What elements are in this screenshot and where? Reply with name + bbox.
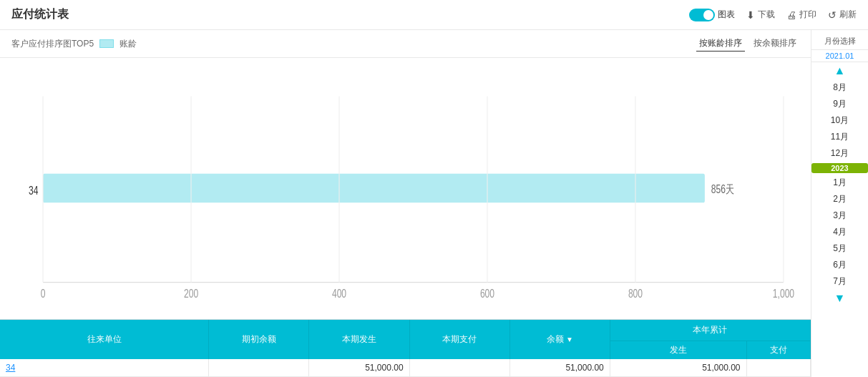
month-item-5[interactable]: 5月 [811,240,868,257]
refresh-label: 刷新 [839,9,857,21]
page-title: 应付统计表 [11,7,69,22]
month-item-4[interactable]: 4月 [811,224,868,240]
cell-ytd-occur: 51,000.00 [610,359,746,377]
month-item-12[interactable]: 12月 [811,145,868,162]
month-item-2[interactable]: 2月 [811,191,868,207]
download-icon: ⬇ [746,9,755,21]
svg-text:0: 0 [41,288,46,300]
nav-up-arrow[interactable]: ▲ [833,64,847,78]
col-ytd-header: 本年累计 [610,320,810,341]
refresh-icon: ↺ [828,9,837,21]
nav-down-arrow[interactable]: ▼ [833,291,847,305]
col-current-pay-header: 本期支付 [409,320,509,359]
table-row: 34 51,000.00 51,000.00 51,000.00 [0,359,811,377]
year-badge-2023: 2023 [811,163,868,173]
month-item-10[interactable]: 10月 [811,112,868,129]
main-container: 应付统计表 图表 ⬇ 下载 🖨 打印 ↺ 刷新 [0,0,868,377]
svg-text:34: 34 [29,184,39,197]
month-item-11[interactable]: 11月 [811,129,868,145]
col-ytd-occur-header: 发生 [610,341,746,360]
cell-current-occur: 51,000.00 [309,359,409,377]
month-item-1[interactable]: 1月 [811,175,868,191]
header: 应付统计表 图表 ⬇ 下载 🖨 打印 ↺ 刷新 [0,0,868,30]
col-opening-header: 期初余额 [209,320,309,359]
chart-toggle-label: 图表 [718,9,735,21]
svg-text:1,000: 1,000 [773,288,794,300]
month-selector-sidebar: 月份选择 2021.01 ▲ 8月 9月 10月 11月 12月 2023 1月… [811,30,868,377]
month-item-3[interactable]: 3月 [811,207,868,224]
chart-toggle[interactable] [689,9,715,21]
cell-unit[interactable]: 34 [0,359,209,377]
table-area: 往来单位 期初余额 本期发生 本期支付 余额 ▼ 本年累计 发生 [0,319,811,377]
svg-text:856天: 856天 [711,183,734,196]
chart-panel: 客户应付排序图TOP5 账龄 按账龄排序 按余额排序 34 856天 [0,30,811,377]
chart-area: 34 856天 0 200 400 600 800 1,000 [0,58,811,319]
col-ytd-pay-header: 支付 [746,341,810,360]
month-item-6[interactable]: 6月 [811,257,868,273]
cell-balance: 51,000.00 [509,359,610,377]
refresh-button[interactable]: ↺ 刷新 [828,9,857,21]
legend-box [99,39,114,48]
header-actions: 图表 ⬇ 下载 🖨 打印 ↺ 刷新 [689,9,857,21]
cell-opening [209,359,309,377]
download-label: 下载 [758,9,775,21]
month-item-9[interactable]: 9月 [811,96,868,112]
chart-legend: 客户应付排序图TOP5 账龄 [11,38,137,50]
bar-chart: 34 856天 0 200 400 600 800 1,000 [11,65,799,313]
legend-label: 客户应付排序图TOP5 [11,38,94,50]
month-item-8[interactable]: 8月 [811,79,868,96]
col-balance-header: 余额 ▼ [509,320,610,359]
svg-text:600: 600 [480,288,494,300]
cell-current-pay [409,359,509,377]
legend-box-label: 账龄 [120,38,137,50]
data-table: 往来单位 期初余额 本期发生 本期支付 余额 ▼ 本年累计 发生 [0,320,811,377]
svg-text:400: 400 [332,288,346,300]
print-icon: 🖨 [786,9,796,21]
sidebar-title: 月份选择 [811,33,868,50]
download-button[interactable]: ⬇ 下载 [746,9,775,21]
chart-topbar: 客户应付排序图TOP5 账龄 按账龄排序 按余额排序 [0,30,811,58]
chart-sort-buttons: 按账龄排序 按余额排序 [696,36,799,52]
chart-toggle-wrap: 图表 [689,9,735,21]
print-label: 打印 [799,9,816,21]
year-input[interactable]: 2021.01 [811,50,868,62]
month-list: 8月 9月 10月 11月 12月 2023 1月 2月 3月 4月 5月 6月… [811,79,868,290]
month-item-7[interactable]: 7月 [811,273,868,290]
sort-by-balance-button[interactable]: 按余额排序 [751,36,799,52]
svg-text:200: 200 [184,288,198,300]
col-current-occur-header: 本期发生 [309,320,409,359]
col-unit-header: 往来单位 [0,320,209,359]
sort-by-age-button[interactable]: 按账龄排序 [696,36,745,52]
content-area: 客户应付排序图TOP5 账龄 按账龄排序 按余额排序 34 856天 [0,30,868,377]
svg-rect-1 [43,174,705,202]
cell-ytd-pay [746,359,810,377]
print-button[interactable]: 🖨 打印 [786,9,816,21]
svg-text:800: 800 [628,288,643,300]
